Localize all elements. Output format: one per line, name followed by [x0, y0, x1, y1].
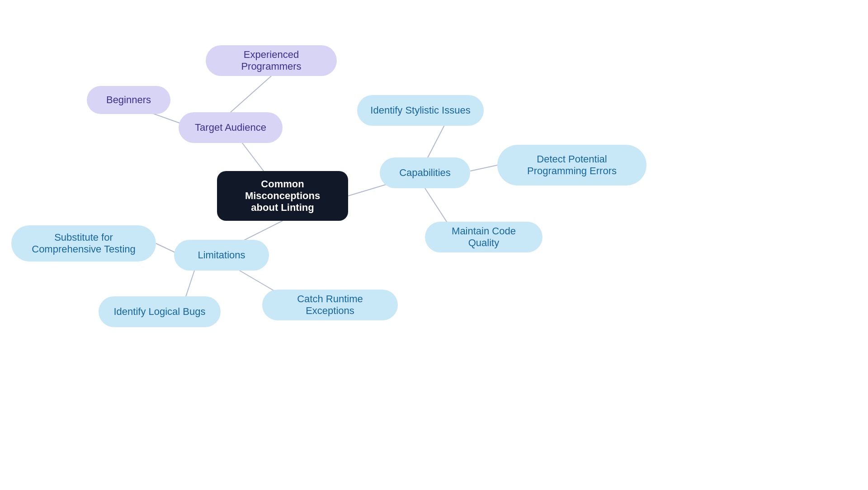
- beginners-node: Beginners: [87, 86, 170, 114]
- maintain-label: Maintain Code Quality: [438, 225, 530, 249]
- substitute-node: Substitute for Comprehensive Testing: [11, 225, 156, 262]
- maintain-node: Maintain Code Quality: [425, 222, 542, 252]
- experienced-node: Experienced Programmers: [206, 45, 337, 76]
- logical-node: Identify Logical Bugs: [99, 296, 221, 327]
- substitute-label: Substitute for Comprehensive Testing: [24, 232, 143, 255]
- beginners-label: Beginners: [106, 94, 151, 106]
- capabilities-node: Capabilities: [380, 157, 470, 188]
- center-label: Common Misconceptions about Linting: [230, 178, 335, 214]
- capabilities-label: Capabilities: [399, 167, 451, 179]
- catch-node: Catch Runtime Exceptions: [262, 290, 398, 320]
- detect-label: Detect Potential Programming Errors: [510, 153, 634, 177]
- target-audience-node: Target Audience: [179, 112, 283, 143]
- experienced-label: Experienced Programmers: [218, 49, 324, 72]
- svg-line-1: [231, 76, 271, 112]
- target-audience-label: Target Audience: [195, 122, 266, 133]
- center-node: Common Misconceptions about Linting: [217, 171, 348, 221]
- logical-label: Identify Logical Bugs: [113, 306, 205, 318]
- svg-line-5: [470, 165, 497, 171]
- mind-map: Common Misconceptions about Linting Targ…: [0, 0, 868, 490]
- limitations-node: Limitations: [174, 240, 269, 271]
- detect-node: Detect Potential Programming Errors: [497, 145, 646, 186]
- stylistic-node: Identify Stylistic Issues: [357, 95, 484, 126]
- stylistic-label: Identify Stylistic Issues: [370, 105, 470, 116]
- limitations-label: Limitations: [198, 249, 245, 261]
- catch-label: Catch Runtime Exceptions: [275, 293, 385, 317]
